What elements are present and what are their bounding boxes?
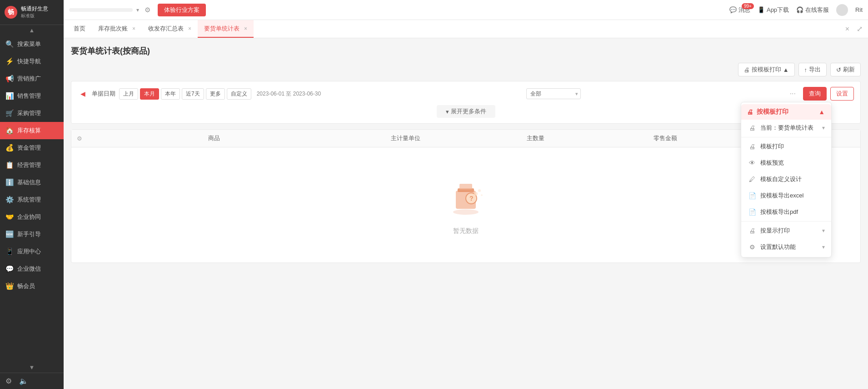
sidebar-item-enterprise[interactable]: 🤝 企业协同	[0, 208, 64, 226]
empty-icon: ?	[443, 175, 489, 222]
sidebar-item-label: 企业微信	[17, 265, 41, 273]
tab-home[interactable]: 首页	[67, 20, 92, 38]
topbar-gear-icon[interactable]: ⚙	[145, 6, 150, 14]
template-pdf-icon: 📄	[748, 208, 756, 216]
message-button[interactable]: 💬 消息 99+	[729, 6, 750, 14]
dropdown-template-preview[interactable]: 👁 模板预览	[741, 155, 831, 171]
last-7-days-button[interactable]: 近7天	[182, 88, 204, 100]
table-settings-col[interactable]: ⚙	[71, 135, 88, 142]
sidebar-item-search[interactable]: 🔍 搜索菜单	[0, 35, 64, 53]
online-service-button[interactable]: 🎧 在线客服	[796, 6, 829, 14]
app-download-button[interactable]: 📱 App下载	[758, 6, 789, 14]
app-icon: 📱	[758, 6, 765, 13]
sidebar-item-sales[interactable]: 📊 销售管理	[0, 87, 64, 105]
sidebar-scroll-down[interactable]: ▼	[0, 362, 64, 373]
settings-footer-icon[interactable]: ⚙	[5, 377, 12, 385]
tabbar: 首页 库存批次账 × 收发存汇总表 × 要货单统计表 × × ⤢	[64, 20, 868, 38]
sidebar-item-label: 基础信息	[17, 178, 41, 187]
sidebar-item-label: 资金管理	[17, 144, 41, 152]
sidebar: 畅 畅通好生意 标准版 ▲ 🔍 搜索菜单 ⚡ 快捷导航 📢 营销推广 📊 销售管…	[0, 0, 64, 389]
date-range-display: 2023-06-01 至 2023-06-30	[257, 90, 321, 98]
sidebar-item-basic[interactable]: ℹ️ 基础信息	[0, 174, 64, 191]
print-dropdown-menu: 🖨 按模板打印 ▲ 🖨 当前：要货单统计表 ▾ 🖨 模板打印 👁 模板预览	[741, 102, 832, 258]
message-icon: 💬	[729, 6, 737, 13]
tab-home-label: 首页	[74, 25, 85, 33]
more-options-dots[interactable]: ···	[786, 88, 799, 100]
sound-footer-icon[interactable]: 🔈	[19, 377, 28, 385]
print-icon: 🖨	[744, 66, 750, 73]
tab-batch-account[interactable]: 库存批次账 ×	[92, 20, 142, 38]
template-design-icon: 🖊	[748, 176, 756, 183]
template-preview-icon: 👁	[748, 159, 756, 167]
tabbar-actions: × ⤢	[843, 20, 864, 38]
tab-collection-summary-close[interactable]: ×	[188, 25, 191, 32]
megaphone-icon: 📢	[5, 75, 14, 83]
dropdown-current-label: 当前：要货单统计表	[760, 124, 813, 132]
sidebar-item-guide[interactable]: 🆕 新手引导	[0, 226, 64, 243]
sidebar-item-inventory[interactable]: 🏠 库存核算	[0, 122, 64, 139]
query-button[interactable]: 查询	[803, 87, 827, 101]
sidebar-item-wechat[interactable]: 💬 企业微信	[0, 260, 64, 278]
sidebar-item-quick-nav[interactable]: ⚡ 快捷导航	[0, 53, 64, 70]
print-chevron-icon: ▲	[783, 66, 789, 73]
sidebar-scroll-up[interactable]: ▲	[0, 25, 64, 35]
dropdown-current-item[interactable]: 🖨 当前：要货单统计表 ▾	[741, 120, 831, 136]
current-chevron-icon: ▾	[822, 125, 825, 131]
dropdown-collapse-icon[interactable]: ▲	[818, 108, 825, 116]
topbar-dropdown-arrow[interactable]: ▾	[136, 7, 139, 13]
user-avatar[interactable]	[836, 4, 848, 16]
more-date-button[interactable]: 更多	[206, 88, 225, 100]
svg-point-6	[474, 192, 478, 196]
info-icon: ℹ️	[5, 178, 14, 187]
th-quantity: 主数量	[470, 134, 600, 142]
dropdown-template-export-excel[interactable]: 📄 按模板导出excel	[741, 187, 831, 204]
wechat-icon: 💬	[5, 265, 14, 273]
mobile-icon: 📱	[5, 248, 14, 256]
tab-order-summary-label: 要货单统计表	[204, 25, 239, 33]
th-unit: 主计量单位	[340, 134, 470, 142]
date-buttons: 上月 本月 本年 近7天 更多 自定义	[119, 88, 251, 100]
expand-more-button[interactable]: ▾ 展开更多条件	[437, 105, 495, 118]
sidebar-item-member[interactable]: 👑 畅会员	[0, 278, 64, 295]
dropdown-set-default[interactable]: ⚙ 设置默认功能 ▾	[741, 239, 831, 255]
export-button[interactable]: ↑ 导出	[798, 63, 827, 76]
sidebar-item-operations[interactable]: 📋 经营管理	[0, 157, 64, 174]
dropdown-template-export-pdf[interactable]: 📄 按模板导出pdf	[741, 204, 831, 220]
sidebar-item-marketing[interactable]: 📢 营销推广	[0, 70, 64, 87]
sidebar-item-finance[interactable]: 💰 资金管理	[0, 139, 64, 157]
tab-collection-summary[interactable]: 收发存汇总表 ×	[142, 20, 198, 38]
filter-collapse-button[interactable]: ◀	[78, 88, 88, 99]
template-print-icon: 🖨	[748, 143, 756, 150]
tab-expand-button[interactable]: ⤢	[855, 23, 864, 35]
dropdown-set-default-left: ⚙ 设置默认功能	[748, 243, 796, 251]
tab-order-summary[interactable]: 要货单统计表 ×	[198, 20, 254, 38]
main-area: ▾ ⚙ 体验行业方案 💬 消息 99+ 📱 App下载 🎧 在线客服 Rit 首…	[64, 0, 868, 389]
custom-date-button[interactable]: 自定义	[227, 88, 251, 100]
sidebar-item-label: 销售管理	[17, 92, 41, 100]
filter-row-1: ◀ 单据日期 上月 本月 本年 近7天 更多 自定义 2023-06-01 至 …	[78, 87, 854, 101]
current-month-button[interactable]: 本月	[140, 88, 159, 100]
collapse-arrow-icon: ◀	[80, 90, 85, 97]
settings-button[interactable]: 设置	[830, 87, 854, 101]
sidebar-footer: ⚙ 🔈	[0, 373, 64, 389]
template-excel-icon: 📄	[748, 192, 756, 199]
tab-batch-account-close[interactable]: ×	[132, 25, 135, 32]
dropdown-template-design[interactable]: 🖊 模板自定义设计	[741, 171, 831, 187]
svg-point-7	[478, 189, 481, 192]
tab-order-summary-close[interactable]: ×	[244, 25, 247, 32]
sidebar-item-system[interactable]: ⚙️ 系统管理	[0, 191, 64, 208]
sidebar-item-purchase[interactable]: 🛒 采购管理	[0, 105, 64, 122]
order-type-select-wrap: 全部要货单退货单	[526, 88, 581, 99]
sidebar-item-apps[interactable]: 📱 应用中心	[0, 243, 64, 260]
current-year-button[interactable]: 本年	[161, 88, 180, 100]
prev-month-button[interactable]: 上月	[119, 88, 138, 100]
dropdown-template-print[interactable]: 🖨 模板打印	[741, 138, 831, 155]
dropdown-display-print[interactable]: 🖨 按显示打印 ▾	[741, 222, 831, 239]
print-button[interactable]: 🖨 按模板打印 ▲	[738, 63, 795, 76]
order-type-select[interactable]: 全部要货单退货单	[526, 88, 581, 99]
refresh-button[interactable]: ↺ 刷新	[830, 63, 861, 76]
svg-point-0	[453, 209, 479, 215]
topbar-search-box	[69, 8, 133, 12]
industry-solution-button[interactable]: 体验行业方案	[158, 4, 206, 16]
tab-close-all-button[interactable]: ×	[843, 23, 851, 35]
